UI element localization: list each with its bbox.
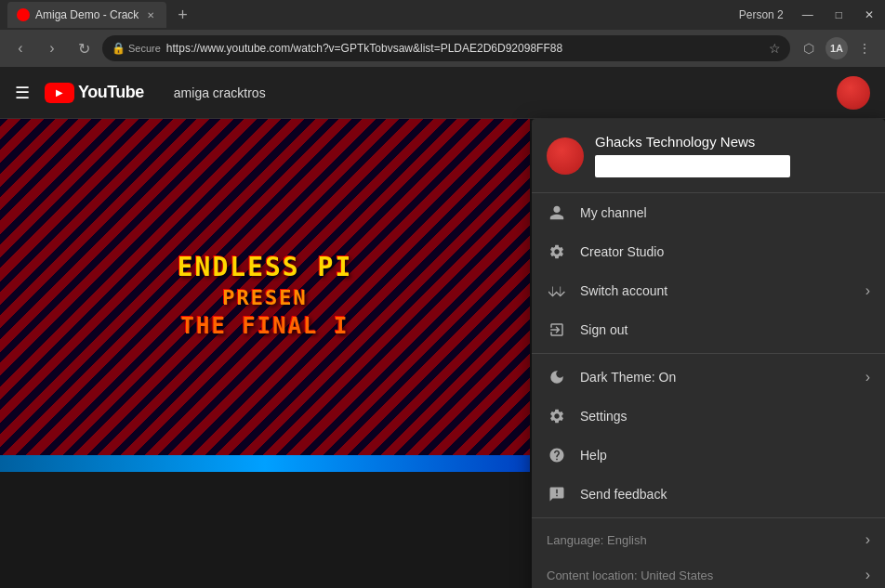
divider-2 bbox=[532, 517, 885, 518]
close-button[interactable]: ✕ bbox=[861, 8, 878, 21]
user-profile-button[interactable]: 1A bbox=[826, 37, 848, 59]
dropdown-header-info: Ghacks Technology News bbox=[595, 134, 870, 177]
video-text-line-2: PRESEN bbox=[222, 286, 307, 309]
lock-icon: 🔒 bbox=[112, 42, 125, 55]
signout-icon bbox=[547, 320, 567, 340]
hamburger-menu[interactable]: ☰ bbox=[15, 83, 30, 103]
reload-button[interactable]: ↻ bbox=[71, 35, 97, 61]
youtube-logo-icon bbox=[45, 83, 74, 103]
browser-tab[interactable]: Amiga Demo - Crack ✕ bbox=[7, 2, 166, 28]
person-label: Person 2 bbox=[739, 8, 784, 21]
tab-favicon bbox=[17, 8, 30, 21]
youtube-logo-text: YouTube bbox=[78, 83, 144, 102]
secure-label: Secure bbox=[128, 43, 161, 54]
menu-item-content-location[interactable]: Content location: United States › bbox=[532, 557, 885, 588]
forward-button[interactable]: › bbox=[39, 35, 65, 61]
menu-label-switch-account: Switch account bbox=[580, 283, 852, 298]
channel-name: Ghacks Technology News bbox=[595, 134, 870, 150]
maximize-button[interactable]: □ bbox=[832, 8, 846, 21]
video-text-overlay: ENDLESS PI PRESEN THE FINAL I bbox=[0, 119, 530, 472]
url-bar[interactable]: 🔒 Secure https://www.youtube.com/watch?v… bbox=[102, 35, 790, 61]
user-avatar-header[interactable] bbox=[837, 76, 870, 110]
menu-item-help[interactable]: Help bbox=[532, 436, 885, 475]
menu-item-sign-out[interactable]: Sign out bbox=[532, 310, 885, 349]
menu-label-send-feedback: Send feedback bbox=[580, 487, 870, 502]
title-bar-right: Person 2 — □ ✕ bbox=[739, 8, 878, 21]
menu-label-sign-out: Sign out bbox=[580, 322, 870, 337]
settings-icon bbox=[547, 406, 567, 426]
bookmark-icon[interactable]: ☆ bbox=[769, 41, 781, 56]
menu-label-my-channel: My channel bbox=[580, 205, 870, 220]
menu-label-dark-theme: Dark Theme: On bbox=[580, 370, 852, 385]
search-query-text: amiga cracktros bbox=[174, 85, 266, 100]
menu-item-send-feedback[interactable]: Send feedback bbox=[532, 475, 885, 514]
language-arrow: › bbox=[865, 531, 870, 548]
help-icon bbox=[547, 445, 567, 465]
video-text-line-3: THE FINAL I bbox=[181, 313, 350, 339]
menu-label-creator-studio: Creator Studio bbox=[580, 244, 870, 259]
dropdown-avatar bbox=[547, 137, 584, 175]
address-bar: ‹ › ↻ 🔒 Secure https://www.youtube.com/w… bbox=[0, 30, 885, 67]
back-button[interactable]: ‹ bbox=[7, 35, 33, 61]
url-icons: ☆ bbox=[769, 41, 781, 56]
secure-badge: 🔒 Secure bbox=[112, 42, 161, 55]
video-area[interactable]: ENDLESS PI PRESEN THE FINAL I bbox=[0, 119, 530, 472]
moon-icon bbox=[547, 367, 567, 387]
video-text-line-1: ENDLESS PI bbox=[178, 252, 353, 282]
menu-item-creator-studio[interactable]: Creator Studio bbox=[532, 232, 885, 271]
minimize-button[interactable]: — bbox=[799, 8, 817, 21]
menu-item-dark-theme[interactable]: Dark Theme: On › bbox=[532, 358, 885, 397]
menu-item-my-channel[interactable]: My channel bbox=[532, 193, 885, 232]
switch-account-arrow: › bbox=[865, 282, 870, 299]
svg-rect-0 bbox=[548, 282, 565, 299]
content-location-label: Content location: United States bbox=[547, 568, 852, 582]
menu-label-settings: Settings bbox=[580, 409, 870, 424]
gear-icon bbox=[547, 242, 567, 262]
tab-title: Amiga Demo - Crack bbox=[35, 8, 139, 21]
dropdown-menu: Ghacks Technology News My channel Creato… bbox=[532, 119, 885, 588]
menu-button[interactable]: ⋮ bbox=[852, 35, 878, 61]
video-placeholder: ENDLESS PI PRESEN THE FINAL I bbox=[0, 119, 530, 472]
extensions-button[interactable]: ⬡ bbox=[796, 35, 822, 61]
video-bottom-stripe bbox=[0, 455, 530, 472]
switch-icon bbox=[547, 281, 567, 301]
menu-item-language[interactable]: Language: English › bbox=[532, 522, 885, 557]
toolbar-right: ⬡ 1A ⋮ bbox=[796, 35, 878, 61]
youtube-header: ☰ YouTube amiga cracktros bbox=[0, 67, 885, 119]
dark-theme-arrow: › bbox=[865, 369, 870, 385]
menu-label-help: Help bbox=[580, 448, 870, 463]
header-right bbox=[837, 76, 870, 110]
menu-item-settings[interactable]: Settings bbox=[532, 397, 885, 436]
dropdown-header: Ghacks Technology News bbox=[532, 119, 885, 193]
content-location-arrow: › bbox=[865, 567, 870, 583]
feedback-icon bbox=[547, 484, 567, 504]
email-bar bbox=[595, 155, 790, 177]
title-bar: Amiga Demo - Crack ✕ + Person 2 — □ ✕ bbox=[0, 0, 885, 30]
person-icon bbox=[547, 203, 567, 223]
divider-1 bbox=[532, 353, 885, 354]
language-label: Language: English bbox=[547, 533, 852, 547]
tab-close-button[interactable]: ✕ bbox=[144, 8, 157, 21]
main-content: ENDLESS PI PRESEN THE FINAL I Ghacks Tec… bbox=[0, 119, 885, 588]
url-text: https://www.youtube.com/watch?v=GPTkTobv… bbox=[166, 42, 763, 55]
title-bar-left: Amiga Demo - Crack ✕ + bbox=[7, 2, 192, 28]
new-tab-button[interactable]: + bbox=[174, 6, 192, 25]
youtube-logo[interactable]: YouTube bbox=[45, 83, 144, 103]
menu-item-switch-account[interactable]: Switch account › bbox=[532, 271, 885, 310]
